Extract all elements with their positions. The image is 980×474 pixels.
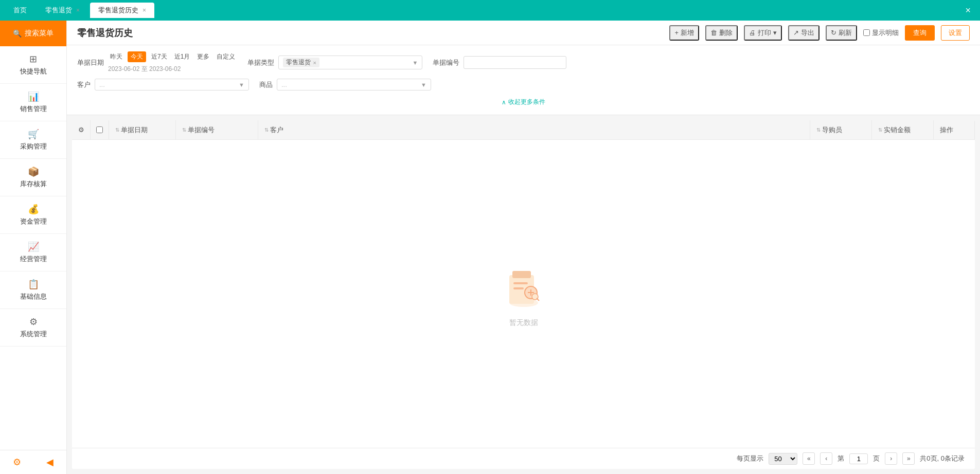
last-page-button[interactable]: »	[902, 452, 915, 465]
page-size-label: 每页显示	[737, 454, 763, 463]
th-customer-label: 客户	[270, 125, 283, 135]
basic-info-icon: 📋	[28, 279, 39, 290]
collapse-button[interactable]: ∧ 收起更多条件	[77, 96, 970, 108]
goods-filter-arrow: ▼	[421, 82, 426, 88]
settings-col-icon: ⚙	[78, 126, 84, 134]
goods-filter-select[interactable]: ... ▼	[277, 79, 431, 90]
sidebar-item-label: 基础信息	[20, 292, 47, 301]
tab-retail-return-close[interactable]: ×	[76, 7, 80, 14]
export-button[interactable]: ↗ 导出	[788, 25, 819, 41]
main-layout: 🔍 搜索菜单 ⊞ 快捷导航 📊 销售管理 🛒 采购管理 📦 库存核算 💰 资金管…	[0, 21, 980, 474]
sort-icon-number: ⇅	[182, 127, 186, 133]
print-label: 打印	[758, 28, 771, 38]
refresh-button[interactable]: ↻ 刷新	[826, 25, 857, 41]
th-settings[interactable]: ⚙	[72, 120, 91, 139]
date-opt-yesterday[interactable]: 昨天	[108, 52, 124, 62]
table-area: ⚙ ⇅ 单据日期 ⇅ 单据编号 ⇅ 客户 ⇅	[72, 120, 975, 469]
th-ops: 操作	[934, 120, 975, 139]
sidebar-item-quick-nav[interactable]: ⊞ 快捷导航	[0, 46, 66, 84]
sidebar-item-sales-mgmt[interactable]: 📊 销售管理	[0, 84, 66, 121]
settings-bottom-icon[interactable]: ⚙	[13, 457, 21, 468]
customer-filter-label: 客户	[77, 80, 91, 89]
collapse-sidebar-icon[interactable]: ◀	[46, 457, 54, 468]
add-button[interactable]: + 新增	[669, 25, 699, 41]
customer-placeholder: ...	[99, 81, 105, 88]
page-unit: 页	[873, 454, 880, 463]
sidebar-item-label: 库存核算	[20, 179, 47, 189]
th-date[interactable]: ⇅ 单据日期	[109, 120, 176, 139]
th-ops-label: 操作	[940, 125, 953, 135]
date-opt-7days[interactable]: 近7天	[149, 52, 169, 62]
tab-retail-return-label: 零售退货	[45, 6, 72, 15]
next-page-button[interactable]: ›	[885, 452, 897, 465]
first-page-button[interactable]: «	[803, 452, 815, 465]
empty-state: 暂无数据	[498, 261, 549, 327]
svg-rect-4	[513, 287, 524, 289]
customer-filter-arrow: ▼	[239, 82, 244, 88]
tab-home[interactable]: 首页	[5, 3, 35, 18]
show-detail-label: 显示明细	[872, 28, 899, 38]
th-number[interactable]: ⇅ 单据编号	[176, 120, 258, 139]
sidebar-item-label: 销售管理	[20, 104, 47, 114]
show-detail-checkbox[interactable]	[863, 29, 870, 36]
export-icon: ↗	[793, 29, 799, 37]
inventory-icon: 📦	[28, 166, 39, 177]
th-amount[interactable]: ⇅ 实销金额	[872, 120, 934, 139]
system-mgmt-icon: ⚙	[29, 316, 38, 327]
th-customer[interactable]: ⇅ 客户	[258, 120, 810, 139]
total-info: 共0页, 0条记录	[920, 454, 965, 463]
sidebar-item-system-mgmt[interactable]: ⚙ 系统管理	[0, 309, 66, 347]
settings-button[interactable]: 设置	[941, 25, 970, 41]
sort-up-icon: ⇅	[115, 127, 119, 133]
pagination-bar: 每页显示 50 100 200 « ‹ 第 页 › » 共0页, 0条记录	[72, 448, 975, 469]
prev-page-button[interactable]: ‹	[820, 452, 832, 465]
page-size-select[interactable]: 50 100 200	[769, 453, 797, 465]
type-filter-arrow: ▼	[412, 60, 418, 66]
sidebar-item-finance[interactable]: 💰 资金管理	[0, 196, 66, 234]
type-filter-select[interactable]: 零售退货 × ▼	[278, 56, 422, 69]
date-opt-custom[interactable]: 自定义	[215, 52, 237, 62]
number-filter-label: 单据编号	[433, 58, 459, 67]
table-body: 暂无数据	[72, 140, 975, 448]
window-close-button[interactable]: ×	[961, 5, 975, 16]
collapse-label: 收起更多条件	[508, 98, 545, 106]
sidebar-search-label: 搜索菜单	[25, 29, 54, 38]
th-guide[interactable]: ⇅ 导购员	[810, 120, 872, 139]
date-options: 昨天 今天 近7天 近1月 更多 自定义	[108, 51, 237, 62]
content-area: 零售退货历史 + 新增 🗑 删除 🖨 打印 ▾ ↗ 导出	[67, 21, 980, 474]
type-filter-tag-close[interactable]: ×	[313, 60, 316, 66]
sidebar-item-label: 快捷导航	[20, 67, 47, 76]
page-header: 零售退货历史 + 新增 🗑 删除 🖨 打印 ▾ ↗ 导出	[67, 21, 980, 45]
add-icon: +	[674, 29, 679, 37]
sidebar-item-purchase-mgmt[interactable]: 🛒 采购管理	[0, 121, 66, 159]
delete-label: 删除	[719, 28, 733, 38]
tab-retail-return[interactable]: 零售退货 ×	[37, 3, 88, 18]
print-icon: 🖨	[749, 29, 756, 37]
tab-retail-return-history[interactable]: 零售退货历史 ×	[90, 3, 154, 18]
page-input[interactable]	[849, 453, 868, 464]
sidebar-item-label: 系统管理	[20, 330, 47, 339]
customer-filter-select[interactable]: ... ▼	[95, 79, 249, 90]
date-range: 2023-06-02 至 2023-06-02	[108, 65, 237, 74]
th-guide-label: 导购员	[822, 125, 842, 135]
date-opt-today[interactable]: 今天	[128, 51, 146, 62]
th-number-label: 单据编号	[188, 125, 215, 135]
print-button[interactable]: 🖨 打印 ▾	[744, 25, 782, 41]
date-filter-label: 单据日期	[77, 58, 104, 67]
date-opt-more[interactable]: 更多	[195, 52, 211, 62]
sidebar-item-label: 资金管理	[20, 217, 47, 226]
sidebar-item-inventory[interactable]: 📦 库存核算	[0, 159, 66, 196]
show-detail-checkbox-label[interactable]: 显示明细	[863, 28, 899, 38]
empty-text: 暂无数据	[509, 318, 538, 327]
query-button[interactable]: 查询	[905, 25, 935, 41]
sidebar-search[interactable]: 🔍 搜索菜单	[0, 21, 66, 46]
customer-filter: 客户 ... ▼	[77, 79, 249, 90]
th-checkbox[interactable]	[91, 120, 109, 139]
sidebar-item-basic-info[interactable]: 📋 基础信息	[0, 271, 66, 309]
date-opt-1month[interactable]: 近1月	[172, 52, 192, 62]
delete-button[interactable]: 🗑 删除	[705, 25, 738, 41]
tab-retail-return-history-close[interactable]: ×	[142, 7, 146, 14]
select-all-checkbox[interactable]	[96, 126, 103, 133]
number-filter-input[interactable]	[464, 56, 566, 69]
sidebar-item-operations[interactable]: 📈 经营管理	[0, 234, 66, 271]
